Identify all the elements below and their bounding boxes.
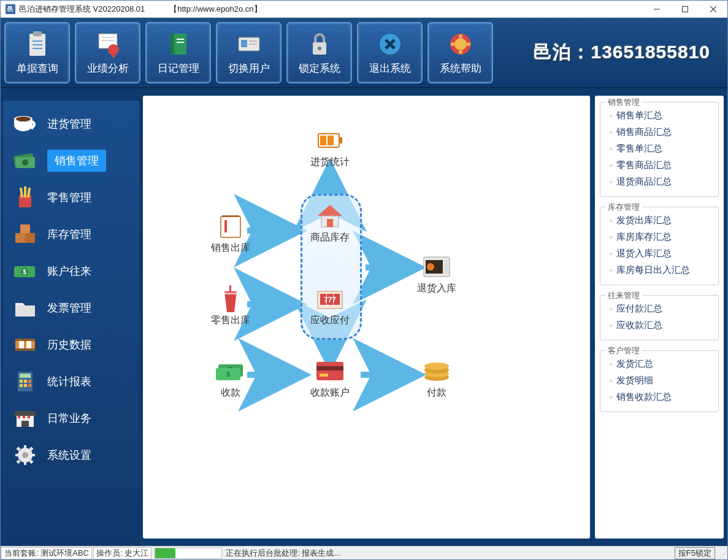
sidebar: 进货管理销售管理零售管理库存管理$账户往来发票管理历史数据统计报表日常业务系统设…	[1, 88, 142, 546]
svg-rect-53	[20, 374, 31, 378]
resize-grip[interactable]: ⋰	[716, 547, 727, 559]
toolbar-button-label: 日记管理	[158, 61, 199, 75]
sidebar-item-label: 日常业务	[47, 411, 91, 426]
center-wrap: 进货统计 销售出库 商品库存 零售出库 777 应收应付	[142, 88, 727, 546]
node-purchase-stats[interactable]: 进货统计	[296, 128, 364, 169]
toolbar-button-label: 退出系统	[369, 61, 411, 75]
toolbar-button-4[interactable]: 锁定系统	[286, 22, 352, 83]
window-url: 【http://www.epoh2o.cn】	[169, 4, 261, 15]
node-goods-stock[interactable]: 商品库存	[296, 203, 364, 244]
svg-rect-70	[31, 454, 35, 456]
right-link-0-1[interactable]: 销售商品汇总	[605, 124, 713, 140]
badge-icon	[444, 29, 477, 59]
svg-rect-41	[15, 233, 25, 243]
close-circle-icon	[374, 29, 407, 59]
toolbar-button-label: 切换用户	[228, 61, 270, 75]
node-payment[interactable]: 付款	[403, 358, 470, 399]
svg-point-31	[467, 42, 470, 46]
svg-rect-63	[28, 416, 30, 418]
svg-rect-91	[327, 219, 333, 227]
statusbar: 当前套账: 测试环境ABC 操作员: 史大江 正在执行后台批处理: 报表生成..…	[1, 546, 727, 559]
toolbar-button-5[interactable]: 退出系统	[357, 22, 423, 83]
right-link-1-3[interactable]: 库房每日出入汇总	[605, 262, 713, 278]
svg-rect-64	[21, 421, 29, 427]
svg-text:$: $	[23, 269, 26, 275]
node-label: 应收应付	[310, 314, 350, 327]
svg-point-36	[22, 159, 28, 166]
right-link-1-0[interactable]: 发货出库汇总	[605, 212, 713, 229]
svg-rect-1	[683, 6, 688, 12]
toolbar-button-3[interactable]: 切换用户	[216, 22, 282, 83]
right-link-3-2[interactable]: 销售收款汇总	[605, 389, 713, 405]
sidebar-item-5[interactable]: 发票管理	[3, 290, 139, 326]
sidebar-item-4[interactable]: $账户往来	[3, 253, 139, 290]
shop-icon	[12, 406, 39, 431]
lock-f5-button[interactable]: 按F5锁定	[675, 547, 715, 559]
right-group-title: 往来管理	[605, 290, 642, 301]
notepad-icon	[215, 213, 246, 239]
sidebar-item-1[interactable]: 销售管理	[3, 142, 139, 179]
right-group-1: 库存管理发货出库汇总库房库存汇总退货入库汇总库房每日出入汇总	[600, 207, 719, 285]
node-sales-out[interactable]: 销售出库	[197, 213, 264, 255]
right-group-0: 销售管理销售单汇总销售商品汇总零售单汇总零售商品汇总退货商品汇总	[600, 102, 719, 197]
folder-icon	[12, 296, 39, 320]
right-link-2-0[interactable]: 应付款汇总	[605, 301, 713, 317]
svg-rect-84	[320, 136, 326, 145]
right-link-0-0[interactable]: 销售单汇总	[605, 107, 713, 124]
svg-marker-93	[224, 291, 237, 312]
svg-rect-5	[33, 31, 42, 36]
right-group-2: 往来管理应付款汇总应收款汇总	[600, 295, 719, 340]
right-group-title: 销售管理	[605, 97, 642, 108]
close-button[interactable]	[699, 1, 727, 18]
right-link-2-1[interactable]: 应收款汇总	[605, 317, 713, 334]
svg-point-66	[22, 452, 28, 458]
right-link-1-1[interactable]: 库房库存汇总	[605, 229, 713, 245]
calculator-icon	[12, 369, 39, 394]
right-link-0-4[interactable]: 退货商品汇总	[605, 174, 713, 190]
sidebar-item-2[interactable]: 零售管理	[3, 179, 139, 216]
toolbar-button-1[interactable]: 业绩分析	[75, 22, 140, 83]
svg-rect-55	[24, 380, 27, 383]
svg-rect-92	[229, 285, 231, 291]
svg-text:$: $	[226, 370, 230, 378]
right-panel: 销售管理销售单汇总销售商品汇总零售单汇总零售商品汇总退货商品汇总库存管理发货出库…	[595, 96, 724, 539]
svg-rect-43	[20, 224, 30, 233]
maximize-button[interactable]	[671, 1, 699, 18]
status-account: 当前套账: 测试环境ABC	[1, 547, 92, 559]
right-link-3-0[interactable]: 发货汇总	[605, 356, 713, 372]
toolbar-button-0[interactable]: 单据查询	[4, 22, 70, 83]
node-receipt-account[interactable]: 收款账户	[296, 358, 364, 399]
house-icon	[315, 203, 345, 229]
svg-rect-94	[224, 293, 237, 294]
brand-text: 邑泊：13651855810	[498, 40, 724, 65]
toolbar-button-6[interactable]: 系统帮助	[427, 22, 493, 83]
svg-rect-87	[222, 215, 239, 217]
film-icon	[12, 332, 39, 357]
svg-rect-58	[24, 384, 27, 387]
sidebar-item-8[interactable]: 日常业务	[3, 400, 139, 437]
svg-rect-68	[24, 461, 26, 465]
right-link-0-2[interactable]: 零售单汇总	[605, 140, 713, 157]
svg-point-30	[451, 42, 454, 46]
svg-rect-88	[224, 220, 227, 232]
svg-rect-62	[23, 416, 25, 418]
sidebar-item-7[interactable]: 统计报表	[3, 363, 139, 400]
right-link-0-3[interactable]: 零售商品汇总	[605, 157, 713, 174]
right-group-title: 库存管理	[605, 202, 642, 213]
sidebar-item-6[interactable]: 历史数据	[3, 326, 139, 363]
sidebar-item-3[interactable]: 库存管理	[3, 216, 139, 253]
svg-rect-39	[24, 186, 26, 198]
node-retail-out[interactable]: 零售出库	[197, 286, 264, 327]
sidebar-item-9[interactable]: 系统设置	[3, 437, 139, 474]
certificate-icon	[91, 29, 125, 59]
minimize-button[interactable]	[643, 1, 671, 18]
node-receipt[interactable]: $ 收款	[197, 358, 264, 399]
toolbar-button-2[interactable]: 日记管理	[145, 22, 211, 83]
svg-rect-86	[221, 217, 240, 237]
right-link-3-1[interactable]: 发货明细	[605, 372, 713, 389]
right-link-1-2[interactable]: 退货入库汇总	[605, 245, 713, 262]
sidebar-item-0[interactable]: 进货管理	[3, 105, 139, 142]
node-ar-ap[interactable]: 777 应收应付	[296, 286, 364, 327]
node-return-in[interactable]: 退货入库	[403, 254, 470, 295]
svg-rect-109	[316, 366, 343, 370]
